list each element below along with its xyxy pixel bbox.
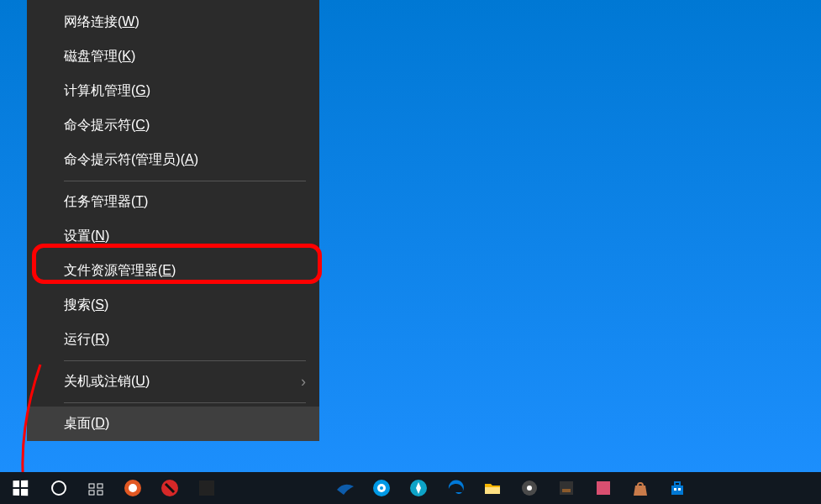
menu-item-label: 磁盘管理(K) (64, 48, 135, 66)
menu-item-12[interactable]: 关机或注销(U)› (27, 365, 319, 399)
taskbar-bag-app[interactable] (622, 472, 659, 504)
svg-rect-21 (597, 481, 610, 495)
file-explorer-icon (483, 479, 502, 497)
menu-item-14[interactable]: 桌面(D) (27, 407, 319, 441)
pink-app-icon (594, 479, 613, 497)
taskbar-utility[interactable] (548, 472, 585, 504)
menu-item-8[interactable]: 文件资源管理器(E) (27, 254, 319, 288)
store-icon (668, 479, 687, 497)
menu-item-7[interactable]: 设置(N) (27, 219, 319, 254)
menu-separator (64, 402, 306, 403)
taskbar-file-explorer[interactable] (474, 472, 511, 504)
svg-rect-19 (560, 481, 573, 495)
menu-separator (64, 360, 306, 361)
bird-icon (335, 479, 354, 497)
svg-rect-5 (97, 491, 103, 495)
bag-icon (631, 479, 650, 497)
taskbar (0, 472, 821, 504)
app-red-icon (161, 479, 179, 497)
menu-item-10[interactable]: 运行(R) (27, 323, 319, 357)
menu-item-label: 网络连接(W) (64, 13, 139, 31)
svg-rect-23 (674, 488, 676, 491)
svg-rect-16 (485, 487, 500, 494)
utility-icon (557, 479, 576, 497)
svg-point-1 (52, 481, 66, 495)
safari-icon (409, 479, 428, 497)
menu-item-label: 关机或注销(U) (64, 373, 150, 391)
menu-item-9[interactable]: 搜索(S) (27, 288, 319, 323)
menu-item-0[interactable]: 网络连接(W) (27, 5, 319, 39)
svg-rect-10 (199, 480, 214, 496)
menu-item-label: 命令提示符(C) (64, 117, 150, 134)
svg-rect-24 (678, 488, 681, 491)
task-view-icon (87, 479, 105, 497)
taskbar-edge[interactable] (437, 472, 474, 504)
taskbar-store[interactable] (659, 472, 696, 504)
menu-item-label: 计算机管理(G) (64, 82, 150, 100)
menu-separator (64, 181, 306, 181)
taskbar-app-red[interactable] (151, 472, 188, 504)
menu-item-label: 搜索(S) (64, 297, 108, 314)
menu-item-label: 任务管理器(T) (64, 193, 148, 211)
svg-rect-3 (97, 484, 103, 488)
menu-item-2[interactable]: 计算机管理(G) (27, 74, 319, 108)
cortana-icon (50, 479, 68, 497)
svg-point-7 (129, 484, 137, 492)
svg-rect-20 (562, 489, 571, 492)
settings-gear-icon (520, 479, 539, 497)
svg-point-18 (527, 486, 532, 491)
edge-icon (446, 479, 465, 497)
taskbar-app-dark[interactable] (188, 472, 225, 504)
svg-rect-4 (89, 491, 94, 495)
app-orange-icon (124, 479, 142, 497)
taskbar-bird-app[interactable] (326, 472, 363, 504)
taskbar-cortana[interactable] (40, 472, 77, 504)
svg-point-13 (380, 486, 383, 490)
menu-item-3[interactable]: 命令提示符(C) (27, 108, 319, 143)
qq-browser-icon (372, 479, 391, 497)
menu-item-4[interactable]: 命令提示符(管理员)(A) (27, 143, 319, 177)
menu-item-label: 桌面(D) (64, 415, 109, 433)
menu-item-label: 设置(N) (64, 228, 109, 245)
menu-item-label: 文件资源管理器(E) (64, 262, 176, 280)
chevron-right-icon: › (301, 373, 306, 391)
taskbar-settings[interactable] (511, 472, 548, 504)
app-dark-icon (197, 479, 216, 497)
svg-rect-2 (89, 484, 94, 488)
menu-item-label: 命令提示符(管理员)(A) (64, 151, 198, 169)
taskbar-task-view[interactable] (77, 472, 114, 504)
taskbar-qq-browser[interactable] (363, 472, 400, 504)
start-button[interactable] (0, 472, 40, 504)
taskbar-pink-app[interactable] (585, 472, 622, 504)
svg-rect-22 (675, 482, 680, 486)
menu-item-label: 运行(R) (64, 331, 109, 349)
winx-context-menu: 网络连接(W)磁盘管理(K)计算机管理(G)命令提示符(C)命令提示符(管理员)… (27, 0, 319, 441)
windows-logo-icon (13, 480, 28, 496)
menu-item-6[interactable]: 任务管理器(T) (27, 185, 319, 219)
menu-item-1[interactable]: 磁盘管理(K) (27, 39, 319, 74)
taskbar-safari-like[interactable] (400, 472, 437, 504)
taskbar-app-orange[interactable] (114, 472, 151, 504)
